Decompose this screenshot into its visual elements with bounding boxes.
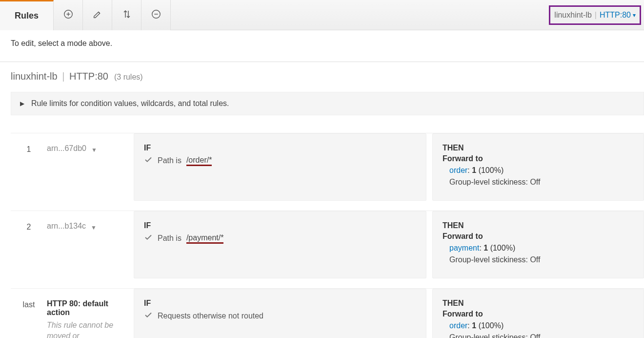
edit-rule-button[interactable]: [83, 0, 112, 30]
check-icon: [144, 155, 153, 166]
rule-then-panel: THEN Forward to order: 1 (100%) Group-le…: [432, 289, 644, 338]
target-percent: (100%): [479, 321, 504, 330]
rule-index: 2: [11, 211, 47, 278]
rule-row: last HTTP 80: default action This rule c…: [11, 288, 644, 338]
rule-arn-dropdown[interactable]: arn...b134c ▼: [47, 211, 134, 278]
minus-circle-icon: [151, 9, 161, 21]
pencil-icon: [92, 9, 103, 21]
condition-text: Requests otherwise not routed: [158, 312, 263, 320]
target-weight: 1: [472, 321, 476, 330]
condition-prefix: Path is: [158, 156, 181, 165]
stickiness-text: Group-level stickiness: Off: [443, 255, 634, 264]
rule-arn-dropdown[interactable]: arn...67db0 ▼: [47, 133, 134, 201]
rule-index: last: [11, 289, 47, 338]
breadcrumb-separator: |: [595, 11, 597, 20]
chevron-down-icon: ▾: [633, 12, 636, 19]
target-group-link[interactable]: payment: [449, 244, 479, 252]
last-rule-info: HTTP 80: default action This rule cannot…: [47, 289, 134, 338]
default-action-title: HTTP 80: default action: [47, 299, 130, 317]
then-label: THEN: [443, 221, 634, 230]
reorder-icon: [121, 8, 133, 21]
forward-to-label: Forward to: [443, 232, 634, 241]
rules-tab[interactable]: Rules: [0, 0, 54, 30]
breadcrumb-selector[interactable]: linuxhint-lb | HTTP:80 ▾: [549, 5, 641, 25]
caret-down-icon: ▼: [91, 224, 97, 231]
default-action-note: This rule cannot be moved or: [47, 320, 130, 338]
forward-to-label: Forward to: [443, 154, 634, 163]
rule-if-panel: IF Requests otherwise not routed: [134, 289, 426, 338]
title-lb-name: linuxhint-lb: [11, 71, 58, 82]
rule-limits-text: Rule limits for condition values, wildca…: [31, 99, 229, 108]
check-icon: [144, 311, 153, 321]
then-label: THEN: [443, 299, 634, 308]
target-weight: 1: [483, 244, 488, 252]
rules-tab-label: Rules: [15, 11, 39, 21]
stickiness-text: Group-level stickiness: Off: [443, 333, 634, 338]
rule-arn-text: arn...67db0: [47, 144, 86, 153]
rule-then-panel: THEN Forward to payment: 1 (100%) Group-…: [432, 211, 644, 278]
rule-if-panel: IF Path is /order/*: [134, 133, 426, 201]
title-listener: HTTP:80: [69, 71, 108, 82]
target-percent: (100%): [479, 166, 504, 174]
page-title: linuxhint-lb | HTTP:80: [11, 71, 108, 82]
delete-rule-button[interactable]: [141, 0, 171, 30]
condition-prefix: Path is: [158, 234, 181, 243]
rule-arn-text: arn...b134c: [47, 222, 86, 231]
rule-row: 1 arn...67db0 ▼ IF Path is /order/* THEN…: [11, 133, 644, 201]
rule-if-panel: IF Path is /payment/*: [134, 211, 426, 278]
rules-count: (3 rules): [114, 73, 143, 82]
reorder-rules-button[interactable]: [112, 0, 141, 30]
target-group-link[interactable]: order: [449, 321, 467, 330]
add-rule-button[interactable]: [54, 0, 83, 30]
if-label: IF: [144, 221, 416, 230]
plus-circle-icon: [63, 9, 74, 21]
if-label: IF: [144, 299, 416, 308]
target-group-link[interactable]: order: [449, 166, 467, 174]
rule-index: 1: [11, 133, 47, 201]
condition-path: /payment/*: [186, 233, 223, 244]
check-icon: [144, 233, 153, 244]
rule-row: 2 arn...b134c ▼ IF Path is /payment/* TH…: [11, 211, 644, 278]
then-label: THEN: [443, 144, 634, 152]
stickiness-text: Group-level stickiness: Off: [443, 178, 634, 187]
toolbar: Rules linuxhint-lb | HTTP:80 ▾: [0, 0, 644, 30]
target-weight: 1: [472, 166, 476, 174]
condition-path: /order/*: [186, 156, 212, 166]
target-percent: (100%): [490, 244, 516, 252]
caret-down-icon: ▼: [91, 147, 97, 153]
rule-then-panel: THEN Forward to order: 1 (100%) Group-le…: [432, 133, 644, 201]
edit-hint-message: To edit, select a mode above.: [0, 30, 644, 62]
rule-limits-banner[interactable]: ▶ Rule limits for condition values, wild…: [11, 92, 644, 115]
caret-right-icon: ▶: [20, 100, 24, 107]
forward-to-label: Forward to: [443, 310, 634, 318]
breadcrumb-lb-name: linuxhint-lb: [554, 11, 591, 20]
breadcrumb-listener: HTTP:80: [600, 11, 631, 20]
if-label: IF: [144, 144, 416, 152]
